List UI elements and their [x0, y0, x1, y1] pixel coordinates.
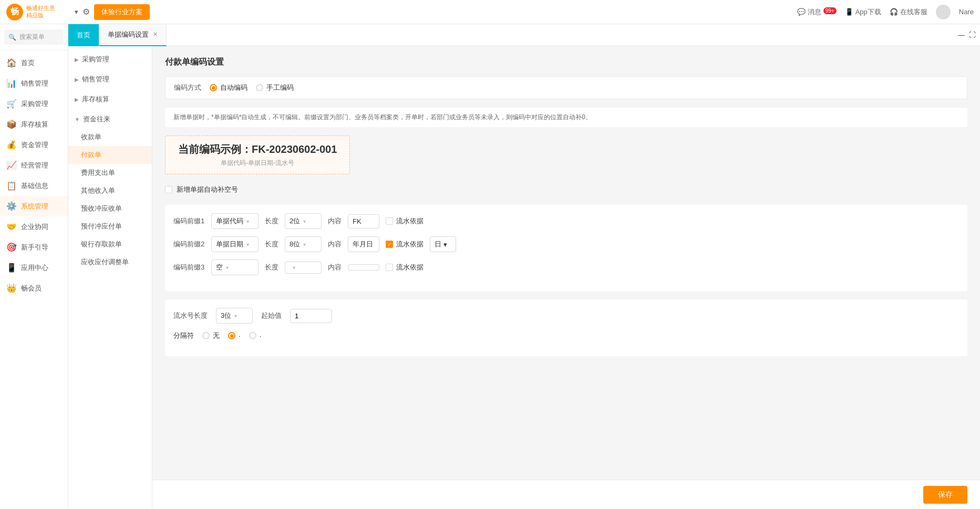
save-button[interactable]: 保存	[923, 486, 967, 504]
finance-icon: 💰	[6, 140, 17, 150]
sidebar-item-inventory[interactable]: 📦库存核算	[0, 114, 68, 134]
sub-menu-item-expense[interactable]: 费用支出单	[68, 164, 152, 182]
content-label-0: 内容	[328, 216, 342, 226]
chevron-right-icon: ▶	[75, 77, 79, 82]
sub-menu-item-prepayreceive[interactable]: 预收冲应收单	[68, 200, 152, 217]
content-label-1: 内容	[328, 240, 342, 249]
sidebar-item-member[interactable]: 👑畅会员	[0, 278, 68, 298]
sidebar-item-label: 库存核算	[21, 120, 48, 129]
tab-minimize-icon[interactable]: —	[958, 31, 965, 39]
auto-code-radio[interactable]: 自动编码	[210, 83, 247, 92]
sidebar: 🔍 搜索菜单 🏠首页📊销售管理🛒采购管理📦库存核算💰资金管理📈经营管理📋基础信息…	[0, 24, 68, 509]
settings-icon[interactable]: ⚙	[82, 7, 90, 17]
start-value-label: 起始值	[261, 311, 282, 320]
cta-button[interactable]: 体验行业方案	[94, 4, 150, 20]
checkbox-item-2[interactable]: 流水依据	[386, 263, 424, 272]
auto-code-radio-circle	[210, 84, 217, 91]
app-download-button[interactable]: 📱 App下载	[845, 7, 881, 17]
form-row-2: 编码前缀3 空 ▾ 长度 ▾ 内容 流水依据	[173, 259, 959, 275]
serial-length-label: 流水号长度	[173, 311, 208, 320]
sub-menu-item-bankdeposit[interactable]: 银行存取款单	[68, 235, 152, 253]
length-select-2[interactable]: ▾	[285, 262, 322, 274]
user-name: Nare	[959, 8, 974, 16]
day-select-1[interactable]: 日 ▾	[430, 236, 456, 252]
sidebar-item-purchase[interactable]: 🛒采购管理	[0, 94, 68, 114]
day-arrow-1: ▾	[443, 241, 447, 248]
sub-menu-item-prepay[interactable]: 预付冲应付单	[68, 217, 152, 235]
tab-maximize-icon[interactable]: ⛶	[969, 31, 976, 39]
phone-icon: 📱	[845, 8, 853, 16]
prefix-label-2: 编码前缀3	[173, 263, 205, 272]
sub-menu-header[interactable]: ▼资金往来	[68, 110, 152, 128]
tab-home[interactable]: 首页	[68, 24, 99, 46]
prefix-select-2[interactable]: 空 ▾	[211, 259, 259, 275]
sidebar-item-appcenter[interactable]: 📱应用中心	[0, 257, 68, 278]
manual-code-radio[interactable]: 手工编码	[256, 83, 294, 92]
sidebar-item-label: 应用中心	[21, 263, 48, 273]
start-value-input[interactable]	[290, 309, 332, 323]
sidebar-item-system[interactable]: ⚙️系统管理	[0, 196, 68, 216]
preview-code: 当前编码示例：FK-20230602-001	[178, 142, 337, 157]
tab-close-icon[interactable]: ✕	[153, 31, 158, 38]
content-label-2: 内容	[328, 263, 342, 272]
checkbox-item-0[interactable]: 流水依据	[386, 216, 424, 226]
user-avatar[interactable]	[936, 5, 951, 19]
sidebar-nav: 🏠首页📊销售管理🛒采购管理📦库存核算💰资金管理📈经营管理📋基础信息⚙️系统管理🤝…	[0, 50, 68, 509]
sub-menu-item-adjustment[interactable]: 应收应付调整单	[68, 253, 152, 271]
sidebar-item-enterprise[interactable]: 🤝企业协同	[0, 216, 68, 237]
serial-length-select[interactable]: 3位 ▾	[216, 308, 253, 324]
sidebar-item-home[interactable]: 🏠首页	[0, 53, 68, 73]
sidebar-item-newguide[interactable]: 🎯新手引导	[0, 237, 68, 257]
message-button[interactable]: 💬 消息 99+	[797, 7, 837, 17]
sub-menu-item-payment[interactable]: 付款单	[68, 146, 152, 164]
online-service-button[interactable]: 🎧 在线客服	[890, 7, 927, 17]
prefix-select-0[interactable]: 单据代码 ▾	[211, 213, 259, 229]
sub-menu-group: ▼资金往来收款单付款单费用支出单其他收入单预收冲应收单预付冲应付单银行存取款单应…	[68, 110, 152, 271]
sidebar-item-label: 经营管理	[21, 161, 48, 170]
auto-fill-label: 新增单据自动补空号	[177, 185, 238, 194]
newguide-icon: 🎯	[6, 242, 17, 252]
length-select-0[interactable]: 2位 ▾	[285, 213, 322, 229]
tab-serial-code[interactable]: 单据编码设置 ✕	[99, 24, 167, 46]
search-button[interactable]: 🔍 搜索菜单	[4, 29, 64, 45]
content-area: 首页 单据编码设置 ✕ — ⛶ ▶采购管理▶销售管理▶库存核算▼资金往来收款单付…	[68, 24, 980, 509]
content-value-1: 年月日	[348, 236, 379, 252]
sub-menu-header[interactable]: ▶库存核算	[68, 90, 152, 108]
sub-menu-group: ▶库存核算	[68, 90, 152, 108]
logo: 畅 畅通好生意 精品版	[6, 4, 75, 20]
topbar-dropdown[interactable]: ▾	[75, 8, 78, 16]
sub-menu-header[interactable]: ▶销售管理	[68, 70, 152, 88]
logo-icon: 畅	[6, 4, 23, 20]
appcenter-icon: 📱	[6, 263, 17, 273]
sub-menu-header[interactable]: ▶采购管理	[68, 50, 152, 68]
sub-menu-item-otherincome[interactable]: 其他收入单	[68, 182, 152, 200]
length-select-1[interactable]: 8位 ▾	[285, 236, 322, 252]
checkbox-item-1[interactable]: ✓ 流水依据	[386, 240, 424, 249]
main-panel: 付款单编码设置 编码方式 自动编码	[152, 46, 980, 480]
inventory-icon: 📦	[6, 119, 17, 129]
purchase-icon: 🛒	[6, 99, 17, 109]
sidebar-item-basic[interactable]: 📋基础信息	[0, 175, 68, 196]
coding-mode-label: 编码方式	[174, 83, 201, 92]
sep-radio-dot2[interactable]: ·	[249, 332, 262, 340]
logo-text: 畅通好生意 精品版	[26, 5, 55, 18]
home-tab-label: 首页	[77, 30, 90, 40]
message-icon: 💬	[797, 8, 806, 16]
sidebar-item-sales[interactable]: 📊销售管理	[0, 73, 68, 94]
checkbox-unchecked-2	[386, 264, 393, 271]
sidebar-item-finance[interactable]: 💰资金管理	[0, 134, 68, 155]
sidebar-item-label: 企业协同	[21, 222, 48, 232]
content-value-0: FK	[348, 214, 379, 228]
sep-radio-dot[interactable]: ·	[228, 332, 241, 340]
prefix-select-1[interactable]: 单据日期 ▾	[211, 236, 259, 252]
separator-row: 分隔符 无 ·	[173, 331, 959, 340]
serial-select-arrow: ▾	[234, 313, 237, 319]
auto-fill-checkbox[interactable]	[165, 186, 172, 193]
main-layout: 🔍 搜索菜单 🏠首页📊销售管理🛒采购管理📦库存核算💰资金管理📈经营管理📋基础信息…	[0, 24, 980, 509]
length-arrow-2: ▾	[293, 265, 295, 271]
radio-group: 自动编码 手工编码	[210, 83, 294, 92]
sep-radio-none[interactable]: 无	[202, 331, 220, 340]
sub-menu-item-receipt[interactable]: 收款单	[68, 128, 152, 146]
sidebar-item-operation[interactable]: 📈经营管理	[0, 155, 68, 175]
headset-icon: 🎧	[890, 8, 898, 16]
